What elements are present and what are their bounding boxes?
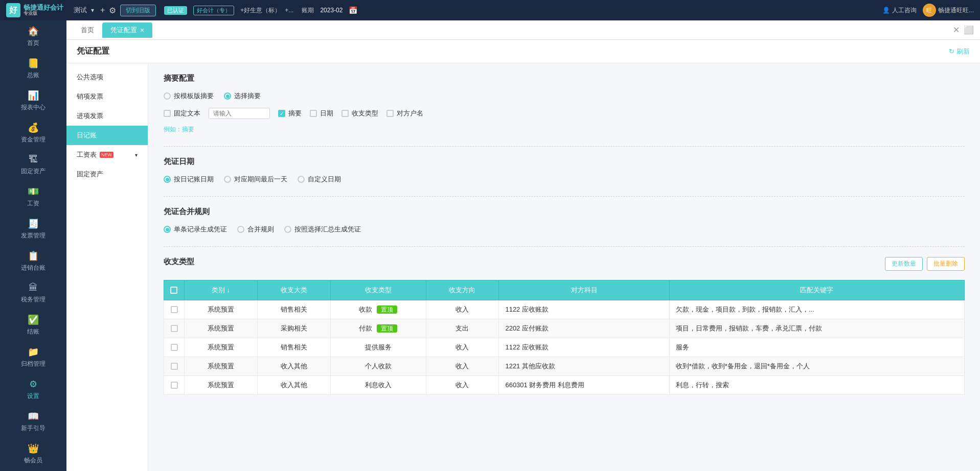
app-container: 好 畅捷通好会计 专业版 测试 ▾ + ⚙ 切到旧版 已认证 好会计（专） +好… — [0, 0, 980, 471]
th-category: 类别 ↓ — [185, 280, 258, 300]
sidebar-item-close[interactable]: ✅ 结账 — [0, 309, 66, 341]
row-checkbox-3[interactable] — [171, 344, 178, 351]
sidebar-item-archive[interactable]: 📁 归档管理 — [0, 341, 66, 373]
td-type-5: 利息收入 — [330, 376, 426, 395]
left-menu-item-purchase[interactable]: 进项发票 — [66, 106, 148, 126]
good-accounting-badge: 好会计（专） — [193, 6, 234, 15]
tab-close-icon[interactable]: × — [140, 26, 144, 34]
checkbox-party-name[interactable]: 对方户名 — [386, 109, 423, 118]
row-checkbox-4[interactable] — [171, 363, 178, 370]
radio-single-record-label: 单条记录生成凭证 — [174, 225, 227, 234]
left-menu-item-journal[interactable]: 日记账 — [66, 126, 148, 145]
date-radio-group: 按日记账日期 对应期间最后一天 自定义日期 — [164, 175, 965, 184]
left-menu-item-public[interactable]: 公共选项 — [66, 67, 148, 87]
td-type-2: 付款 置顶 — [330, 319, 426, 338]
checkbox-date[interactable]: 日期 — [310, 109, 333, 118]
radio-summary-generate[interactable]: 按照选择汇总生成凭证 — [284, 225, 361, 234]
checkbox-income-type-label: 收支类型 — [352, 109, 378, 118]
tab-home[interactable]: 首页 — [73, 22, 102, 38]
sidebar-item-assets[interactable]: 🏗 固定资产 — [0, 149, 66, 181]
funds-icon: 💰 — [28, 122, 39, 133]
table-row: 系统预置 收入其他 个人收款 收入 1221 其他应收款 收到*借款，收到*备用… — [164, 357, 965, 376]
left-menu-item-fixed-assets[interactable]: 固定资产 — [66, 164, 148, 184]
sidebar-item-invoices[interactable]: 🧾 发票管理 — [0, 213, 66, 245]
tab-maximize-button[interactable]: ⬜ — [964, 25, 974, 35]
row-checkbox-1[interactable] — [171, 306, 178, 313]
td-type-3: 提供服务 — [330, 338, 426, 357]
sidebar-item-stock[interactable]: 📋 进销台账 — [0, 245, 66, 277]
left-menu-item-sales[interactable]: 销项发票 — [66, 87, 148, 106]
sidebar-item-member[interactable]: 👑 畅会员 — [0, 438, 66, 470]
ai-consult-label: 人工咨询 — [892, 6, 917, 15]
type-label-1: 收款 — [359, 305, 372, 313]
select-all-checkbox[interactable] — [170, 287, 177, 294]
settings-icon[interactable]: ⚙ — [109, 6, 116, 15]
checkbox-summary[interactable]: ✓ 摘要 — [278, 109, 302, 118]
reports-icon: 📊 — [28, 90, 39, 101]
dropdown-icon[interactable]: ▾ — [91, 7, 94, 14]
radio-template-circle — [164, 92, 171, 100]
radio-summary-generate-circle — [284, 226, 291, 233]
radio-template-summary[interactable]: 按模板版摘要 — [164, 91, 214, 101]
td-keywords-4: 收到*借款，收到*备用金，退回*备用金，个人 — [669, 357, 964, 376]
switch-old-version-button[interactable]: 切到旧版 — [120, 5, 156, 16]
sidebar-label-salary: 工资 — [27, 199, 39, 208]
update-count-button[interactable]: 更新数量 — [885, 257, 923, 271]
td-direction-2: 支出 — [426, 319, 499, 338]
sidebar-label-settings: 设置 — [27, 392, 39, 401]
radio-select-summary[interactable]: 选择摘要 — [224, 91, 261, 101]
radio-journal-date[interactable]: 按日记账日期 — [164, 175, 214, 184]
radio-custom-date-circle — [298, 176, 305, 183]
ai-consult-button[interactable]: 👤 人工咨询 — [882, 6, 917, 15]
top-tag-2: 置顶 — [377, 324, 397, 333]
tab-voucher-config-label: 凭证配置 — [110, 26, 137, 35]
fixed-text-input[interactable] — [209, 108, 270, 119]
sidebar-item-guide[interactable]: 📖 新手引导 — [0, 406, 66, 438]
sidebar-item-reports[interactable]: 📊 报表中心 — [0, 85, 66, 117]
td-category-2: 系统预置 — [185, 319, 258, 338]
sidebar-item-home[interactable]: 🏠 首页 — [0, 20, 66, 53]
summary-radio-group: 按模板版摘要 选择摘要 — [164, 91, 965, 101]
sidebar-item-tax[interactable]: 🏛 税务管理 — [0, 277, 66, 309]
checkbox-fixed-text[interactable]: 固定文本 — [164, 109, 200, 118]
assets-icon: 🏗 — [29, 154, 38, 165]
batch-delete-button[interactable]: 批量删除 — [927, 257, 965, 271]
top-bar-left: 好 畅捷通好会计 专业版 测试 ▾ + ⚙ 切到旧版 已认证 好会计（专） +好… — [6, 3, 882, 17]
td-category-4: 系统预置 — [185, 357, 258, 376]
td-account-2: 2202 应付账款 — [499, 319, 669, 338]
radio-period-last-day-circle — [224, 176, 231, 183]
table-row: 系统预置 采购相关 付款 置顶 支出 2202 应付账款 项目，日常费用，报销款… — [164, 319, 965, 338]
td-account-3: 1122 应收账款 — [499, 338, 669, 357]
sidebar-item-ledger[interactable]: 📒 总账 — [0, 53, 66, 85]
tab-voucher-config[interactable]: 凭证配置 × — [102, 22, 152, 38]
left-menu-item-payroll[interactable]: 工资表 NEW ▾ — [66, 145, 148, 164]
date-section: 凭证日期 按日记账日期 对应期间最后一天 — [164, 157, 965, 184]
th-keywords: 匹配关键字 — [669, 280, 964, 300]
checkbox-income-type[interactable]: 收支类型 — [341, 109, 378, 118]
sidebar-item-settings[interactable]: ⚙ 设置 — [0, 373, 66, 406]
td-checkbox-5 — [164, 376, 185, 395]
sidebar-item-salary[interactable]: 💵 工资 — [0, 181, 66, 213]
th-checkbox — [164, 280, 185, 300]
sidebar-label-ledger: 总账 — [27, 71, 39, 80]
refresh-button[interactable]: ↻ 刷新 — [949, 47, 970, 56]
merge-radio-group: 单条记录生成凭证 合并规则 按照选择汇总生成凭证 — [164, 225, 965, 234]
user-profile[interactable]: 旺 畅捷通旺旺... — [923, 4, 974, 17]
radio-merge-rule[interactable]: 合并规则 — [237, 225, 274, 234]
date-section-title: 凭证日期 — [164, 157, 965, 167]
left-menu-label-sales: 销项发票 — [77, 92, 103, 101]
row-checkbox-5[interactable] — [171, 382, 178, 389]
settings-nav-icon: ⚙ — [29, 379, 37, 390]
row-checkbox-2[interactable] — [171, 325, 178, 332]
checkbox-income-type-box — [341, 110, 349, 117]
radio-single-record[interactable]: 单条记录生成凭证 — [164, 225, 227, 234]
sidebar-item-funds[interactable]: 💰 资金管理 — [0, 117, 66, 149]
radio-period-last-day[interactable]: 对应期间最后一天 — [224, 175, 287, 184]
add-icon[interactable]: + — [100, 6, 105, 15]
calendar-icon[interactable]: 📅 — [349, 6, 357, 14]
radio-custom-date[interactable]: 自定义日期 — [298, 175, 341, 184]
chevron-right-icon: ▾ — [135, 152, 138, 158]
checkbox-summary-label: 摘要 — [288, 109, 302, 118]
table-row: 系统预置 销售相关 收款 置顶 收入 1122 应收账款 欠款，现金，项目款，到… — [164, 300, 965, 319]
tab-close-button[interactable]: ✕ — [953, 25, 960, 35]
